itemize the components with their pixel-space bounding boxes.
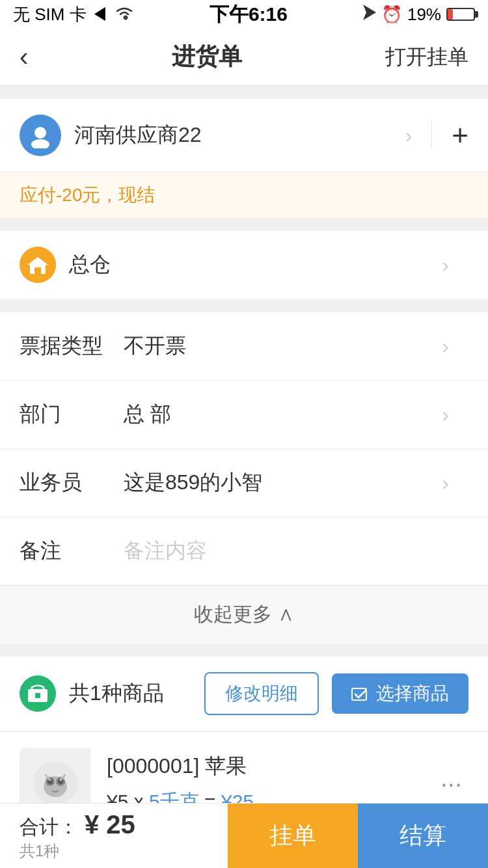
battery-icon [446,8,475,21]
status-right: ⏰ 19% [363,5,475,25]
warehouse-chevron-icon: › [442,253,449,277]
gap-2 [0,218,488,231]
settle-button[interactable]: 结算 [358,804,488,868]
invoice-chevron-icon: › [442,334,449,359]
gap-4 [0,644,488,657]
sim-label: 无 SIM 卡 ◀ [13,3,108,26]
department-chevron-icon: › [442,403,449,427]
modify-detail-button[interactable]: 修改明细 [204,672,319,715]
salesperson-row[interactable]: 业务员 这是859的小智 › [0,448,488,517]
product-icon [20,675,56,712]
department-value: 总 部 [124,400,442,429]
supplier-name: 河南供应商22 [74,121,405,150]
select-product-button[interactable]: 选择商品 [332,673,468,714]
svg-point-1 [34,127,46,139]
invoice-type-value: 不开票 [124,332,442,360]
back-button[interactable]: ‹ [20,42,28,72]
invoice-type-label: 票据类型 [20,332,124,360]
form-section: 票据类型 不开票 › 部门 总 部 › 业务员 这是859的小智 › 备注 备注… [0,312,488,644]
svg-rect-7 [35,693,40,698]
supplier-row[interactable]: 河南供应商22 › + [0,99,488,172]
add-supplier-button[interactable]: + [452,121,468,150]
salesperson-chevron-icon: › [442,471,449,495]
collapse-toggle[interactable]: 收起更多 ∧ [0,585,488,644]
product-code: [0000001] [107,754,199,778]
status-left: 无 SIM 卡 ◀ [13,3,134,26]
payment-hint: 应付-20元，现结 [0,172,488,218]
footer: 合计： ¥ 25 共1种 挂单 结算 [0,803,488,868]
location-icon [363,5,376,25]
total-label: 合计： [20,814,78,841]
supplier-section: 河南供应商22 › + 应付-20元，现结 [0,99,488,218]
wifi-icon [115,5,134,25]
supplier-avatar [20,115,61,156]
gap-3 [0,299,488,312]
svg-marker-0 [363,5,376,20]
remark-input[interactable]: 备注内容 [124,537,468,565]
warehouse-name: 总仓 [69,251,442,279]
open-hang-button[interactable]: 打开挂单 [385,43,468,72]
status-time: 下午6:16 [210,1,288,28]
product-header: 共1种商品 修改明细 选择商品 [0,657,488,731]
footer-total-row: 合计： ¥ 25 [20,810,228,841]
select-product-label: 选择商品 [376,681,449,706]
remark-label: 备注 [20,537,124,565]
status-bar: 无 SIM 卡 ◀ 下午6:16 ⏰ 19% [0,0,488,29]
svg-point-2 [31,139,49,148]
nav-bar: ‹ 进货单 打开挂单 [0,29,488,86]
supplier-chevron-icon: › [405,124,413,148]
alarm-icon: ⏰ [381,5,402,25]
svg-marker-4 [27,257,48,265]
supplier-divider [431,121,432,150]
total-amount: ¥ 25 [85,810,135,839]
gap-1 [0,86,488,99]
warehouse-icon [20,247,56,283]
svg-rect-8 [352,688,366,700]
warehouse-section[interactable]: 总仓 › [0,231,488,299]
department-label: 部门 [20,400,124,429]
total-sub: 共1种 [20,841,228,861]
remark-row[interactable]: 备注 备注内容 [0,517,488,585]
department-row[interactable]: 部门 总 部 › [0,380,488,448]
page-title: 进货单 [172,41,242,73]
salesperson-value: 这是859的小智 [124,468,442,497]
battery-percent: 19% [407,5,441,25]
product-more-button[interactable]: ··· [434,763,468,805]
warehouse-row[interactable]: 总仓 › [0,231,488,299]
svg-rect-5 [34,267,41,274]
salesperson-label: 业务员 [20,468,124,497]
invoice-type-row[interactable]: 票据类型 不开票 › [0,312,488,380]
product-title: 苹果 [205,754,247,778]
hang-order-button[interactable]: 挂单 [228,804,358,868]
product-count: 共1种商品 [69,679,204,708]
product-name: [0000001] 苹果 [107,752,434,781]
footer-total: 合计： ¥ 25 共1种 [0,804,228,868]
